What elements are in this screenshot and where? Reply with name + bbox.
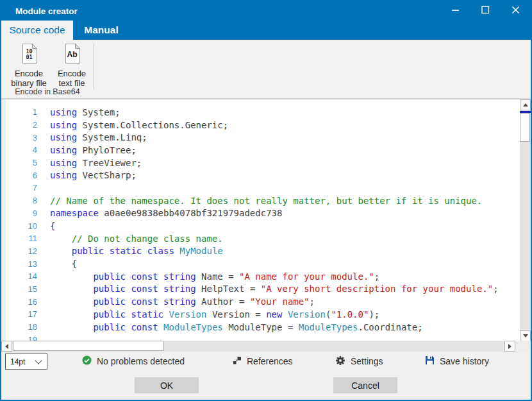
encode-text-file-button[interactable]: Ab Encode text file (53, 44, 90, 88)
ribbon-group-label: Encode in Base64 (1, 87, 94, 96)
code-lines[interactable]: 1using System;2using System.Collections.… (1, 106, 520, 346)
vertical-scroll-thumb[interactable] (520, 113, 530, 142)
code-line[interactable]: 18 public const ModuleTypes ModuleType =… (1, 321, 520, 334)
line-number: 13 (1, 259, 37, 269)
maximize-icon (481, 5, 490, 17)
line-number: 6 (1, 171, 37, 180)
line-number: 8 (1, 196, 37, 205)
problems-status: No problems detected (82, 352, 185, 371)
triangle-right-icon (508, 344, 511, 349)
line-number: 15 (1, 284, 37, 294)
encode-binary-file-button[interactable]: 10 01 Encode binary file (4, 44, 53, 88)
ribbon-group-divider (94, 43, 94, 89)
line-number: 9 (1, 209, 37, 218)
check-circle-icon (82, 355, 92, 367)
chevron-down-icon (35, 357, 42, 364)
code-text: using System.Linq; (50, 132, 147, 142)
scroll-left-button[interactable] (1, 341, 12, 352)
binary-file-icon: 10 01 (21, 55, 37, 65)
encode-text-file-label: Encode text file (53, 69, 90, 88)
code-line[interactable]: 12 public static class MyModule (1, 245, 520, 258)
code-text: public static class MyModule (50, 246, 223, 256)
triangle-down-icon (523, 334, 528, 337)
code-line[interactable]: 13 { (1, 257, 520, 270)
line-number: 1 (1, 107, 37, 117)
save-history-label: Save history (440, 356, 489, 366)
code-line[interactable]: 16 public const string Author = "Your na… (1, 295, 520, 308)
code-line[interactable]: 14 public const string Name = "A name fo… (1, 270, 520, 283)
scrollbar-corner (515, 341, 531, 352)
minimize-button[interactable] (440, 1, 470, 21)
tab-manual[interactable]: Manual (73, 21, 129, 40)
line-number: 11 (1, 234, 37, 243)
code-line[interactable]: 17 public static Version Version = new V… (1, 308, 520, 321)
code-line[interactable]: 10{ (1, 219, 520, 232)
vertical-scrollbar[interactable] (520, 99, 531, 341)
code-text: using System; (50, 107, 121, 117)
code-text: using System.Collections.Generic; (50, 120, 228, 130)
source-code-editor: 1using System;2using System.Collections.… (1, 99, 531, 352)
ribbon-toolbar: 10 01 Encode binary file Ab Encode text … (1, 40, 531, 99)
horizontal-scroll-thumb[interactable] (13, 341, 163, 351)
line-number: 12 (1, 246, 37, 256)
line-number: 7 (1, 183, 37, 192)
code-line[interactable]: 15 public const string HelpText = "A ver… (1, 283, 520, 296)
encode-binary-file-label: Encode binary file (4, 69, 53, 88)
cancel-button[interactable]: Cancel (333, 377, 397, 393)
close-button[interactable] (501, 1, 531, 21)
line-number: 14 (1, 271, 37, 281)
code-text: namespace a0ae0e9838ebb4078bf321979adedc… (50, 208, 282, 218)
code-line[interactable]: 7 (1, 182, 520, 194)
problems-label: No problems detected (97, 356, 185, 366)
font-size-value: 14pt (6, 357, 36, 366)
code-line[interactable]: 2using System.Collections.Generic; (1, 119, 520, 132)
settings-label: Settings (351, 356, 383, 366)
save-history-button[interactable]: Save history (425, 352, 489, 371)
code-text: public const string Name = "A name for y… (50, 271, 379, 282)
module-creator-window: Module creator Source code Manual 10 (0, 0, 532, 401)
minimize-icon (452, 5, 460, 17)
font-size-select[interactable]: 14pt (5, 354, 47, 370)
code-line[interactable]: 11 // Do not change class name. (1, 232, 520, 245)
code-line[interactable]: 6using VectSharp; (1, 169, 520, 182)
code-text: { (50, 259, 77, 269)
code-line[interactable]: 9namespace a0ae0e9838ebb4078bf321979aded… (1, 207, 520, 220)
settings-button[interactable]: Settings (335, 352, 383, 371)
line-number: 17 (1, 309, 37, 319)
horizontal-scrollbar[interactable] (1, 341, 515, 352)
code-text: public const string HelpText = "A very s… (50, 284, 499, 294)
line-number: 18 (1, 322, 37, 332)
code-text: public const string Author = "Your name"… (50, 296, 315, 307)
references-button[interactable]: References (233, 352, 293, 371)
window-title: Module creator (1, 6, 78, 16)
code-text: using VectSharp; (50, 170, 137, 180)
maximize-button[interactable] (470, 1, 501, 21)
line-number: 2 (1, 120, 37, 130)
window-controls (440, 1, 531, 21)
tab-source-code[interactable]: Source code (1, 21, 73, 40)
tab-bar: Source code Manual (1, 21, 531, 40)
scroll-right-button[interactable] (504, 341, 515, 352)
close-icon (511, 5, 520, 17)
line-number: 3 (1, 133, 37, 142)
status-area: 14pt No problems detected References (1, 352, 531, 400)
code-line[interactable]: 8// Name of the namespace. It does not r… (1, 194, 520, 207)
ok-button[interactable]: OK (135, 377, 199, 393)
scroll-down-button[interactable] (520, 330, 531, 341)
code-line[interactable]: 3using System.Linq; (1, 131, 520, 144)
svg-text:Ab: Ab (67, 50, 77, 59)
triangle-up-icon (523, 103, 528, 107)
code-line[interactable]: 1using System; (1, 106, 520, 119)
code-text: using PhyloTree; (50, 145, 137, 155)
code-line[interactable]: 4using PhyloTree; (1, 144, 520, 157)
line-number: 16 (1, 297, 37, 307)
svg-text:01: 01 (26, 54, 32, 60)
code-text: public const ModuleTypes ModuleType = Mo… (50, 322, 423, 332)
code-line[interactable]: 5using TreeViewer; (1, 157, 520, 169)
triangle-left-icon (5, 344, 8, 349)
line-number: 10 (1, 221, 37, 231)
scroll-up-button[interactable] (520, 99, 531, 110)
code-text: // Name of the namespace. It does not re… (50, 196, 482, 206)
code-text: { (50, 221, 55, 231)
references-icon (233, 356, 242, 367)
